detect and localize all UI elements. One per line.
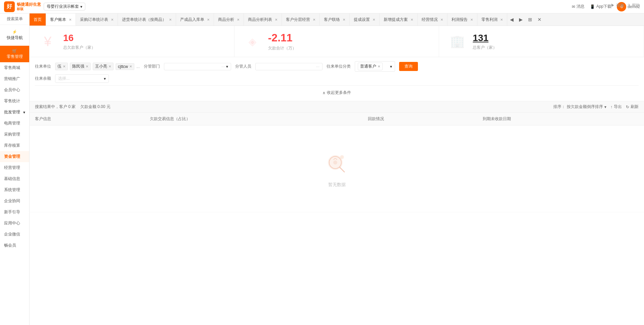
company-selector[interactable]: 母婴行业演示帐套 ▾ [44, 3, 85, 10]
sidebar-item-retail-shop[interactable]: 零售商城 [0, 62, 29, 73]
tab-purchase-order[interactable]: 采购订单统计表 ✕ [76, 13, 118, 26]
tab-customer-account[interactable]: 客户账本 ✕ [46, 13, 76, 26]
sort-value: 按欠款金额倒序排序 [567, 104, 603, 110]
tab-home[interactable]: 首页 [30, 13, 46, 26]
quick-nav-label: 快捷导航 [7, 35, 23, 41]
sidebar-item-enterprise-wechat[interactable]: 企业微信 [0, 229, 29, 240]
sidebar-item-quick-nav[interactable]: ⚡ 快捷导航 [0, 27, 29, 43]
unit-category-select[interactable]: 普通客户 ✕ ▾ [355, 61, 395, 72]
empty-illustration [324, 150, 350, 178]
filter-tag-normal-close[interactable]: ✕ [378, 65, 380, 68]
filter-row-1: 往来单位 伍 ✕ 陈民强 ✕ 王小亮 ✕ [35, 61, 639, 72]
inventory-label: 库存核算 [4, 143, 20, 148]
filter-tag-wu-close[interactable]: ✕ [63, 65, 66, 68]
sidebar-item-business-mgmt[interactable]: 经营管理 [0, 162, 29, 173]
empty-cell: 暂无数据 [30, 125, 644, 212]
tab-nav-expand[interactable]: ⊞ [525, 13, 535, 26]
tab-close-retail-profit[interactable]: ✕ [500, 18, 503, 22]
sidebar-item-marketing[interactable]: 营销推广 [0, 73, 29, 84]
overdue-amount-label: 欠款合计（万） [268, 45, 296, 51]
sidebar-item-member[interactable]: 会员中心 [0, 84, 29, 96]
tab-close-profit-report[interactable]: ✕ [470, 18, 473, 22]
sidebar-item-ecommerce[interactable]: 电商管理 [0, 118, 29, 129]
tab-close-goods-analysis[interactable]: ✕ [237, 18, 240, 22]
table-header: 客户信息 欠款交易信息（占比） 回款情况 到期未收款日期 [30, 113, 644, 125]
tab-product-instock[interactable]: 产成品入库单 ✕ [176, 13, 214, 26]
filter-more-btn[interactable]: ... [136, 64, 140, 69]
tab-close-business-status[interactable]: ✕ [440, 18, 443, 22]
tab-reminder-settings[interactable]: 提成设置 ✕ [350, 13, 380, 26]
tab-nav-next[interactable]: ▶ [516, 13, 525, 26]
person-filter-select[interactable]: ··· [255, 63, 323, 70]
purchase-label: 采购管理 [4, 132, 20, 137]
stats-row: ¥ 16 总欠款客户（家） ◈ -2.11 欠款合计（万） 🏢 [30, 26, 644, 57]
tab-instock-stats[interactable]: 进货单统计表（按商品） ✕ [118, 13, 176, 26]
customer-unit: 家 [72, 104, 76, 109]
tab-reminder-settings-label: 提成设置 [354, 17, 370, 23]
sidebar-item-vip-member[interactable]: 畅会员 [0, 240, 29, 251]
sidebar-item-wholesale[interactable]: 批发管理 ▾ [0, 107, 29, 118]
sort-label: 排序： [553, 104, 565, 110]
refresh-button[interactable]: ↻ 刷新 [626, 104, 639, 110]
tab-close-customer-contact[interactable]: ✕ [343, 18, 345, 22]
person-more-icon[interactable]: ··· [316, 64, 319, 69]
unit-category-label: 往来单位分类 [327, 64, 351, 69]
tab-close-instock-stats[interactable]: ✕ [169, 18, 172, 22]
col-customer-info: 客户信息 [30, 113, 144, 125]
filter-tag-cjttcw-text: cjttcw [118, 64, 128, 69]
sidebar-item-retail-stats[interactable]: 零售统计 [0, 96, 29, 107]
app-download-button[interactable]: 📱 App下载 [590, 4, 611, 9]
tab-purchase-order-label: 采购订单统计表 [80, 17, 108, 23]
sidebar-search-label[interactable]: 搜索菜单 [7, 16, 23, 21]
table-header-row: 客户信息 欠款交易信息（占比） 回款情况 到期未收款日期 [30, 113, 644, 125]
filter-row-2: 往来余额 选择... ▾ [35, 74, 639, 83]
tab-goods-analysis[interactable]: 商品分析 ✕ [214, 13, 244, 26]
sidebar-item-new-guide[interactable]: 新手引导 [0, 207, 29, 218]
tab-retail-profit[interactable]: 零售利润 ✕ [477, 13, 507, 26]
sidebar-search-area[interactable]: 搜索菜单 [0, 13, 29, 25]
filter-tag-wang-close[interactable]: ✕ [109, 65, 111, 68]
sidebar-item-basic-info[interactable]: 基础信息 [0, 173, 29, 184]
sidebar-item-finance[interactable]: 资金管理 [0, 151, 29, 162]
sidebar-item-enterprise-coop[interactable]: 企业协同 [0, 195, 29, 207]
tab-close-customer-account[interactable]: ✕ [69, 18, 72, 22]
total-customers-value: 131 [473, 33, 497, 43]
sidebar-item-sys-mgmt[interactable]: 系统管理 [0, 184, 29, 195]
sidebar-item-app-center[interactable]: 应用中心 [0, 218, 29, 229]
overdue-customers-icon: ¥ [38, 31, 58, 51]
tab-close-customer-segment[interactable]: ✕ [313, 18, 315, 22]
tab-close-all[interactable]: ✕ [535, 13, 544, 26]
tab-goods-analysis-list[interactable]: 商品分析列表 ✕ [244, 13, 282, 26]
filter-area: 往来单位 伍 ✕ 陈民强 ✕ 王小亮 ✕ [30, 57, 644, 101]
message-label: 消息 [576, 4, 585, 9]
tab-close-reminder-settings[interactable]: ✕ [373, 18, 375, 22]
collapse-button[interactable]: ∧ 收起更多条件 [321, 88, 352, 97]
stat-info-overdue-customers: 16 总欠款客户（家） [63, 33, 95, 50]
sidebar-item-inventory[interactable]: 库存核算 [0, 140, 29, 151]
tab-business-status[interactable]: 经营情况 ✕ [418, 13, 447, 26]
filter-tag-cjttcw-close[interactable]: ✕ [129, 65, 132, 68]
tab-close-new-reminder[interactable]: ✕ [411, 18, 413, 22]
tab-profit-report[interactable]: 利润报告 ✕ [447, 13, 477, 26]
filter-tag-chen-close[interactable]: ✕ [86, 65, 88, 68]
company-name: 母婴行业演示帐套 [47, 4, 79, 9]
dept-filter-select[interactable]: ··· ▾ [164, 63, 231, 70]
tab-nav-prev[interactable]: ◀ [507, 13, 516, 26]
tab-retail-profit-label: 零售利润 [481, 17, 498, 23]
sidebar-item-purchase[interactable]: 采购管理 [0, 129, 29, 140]
export-button[interactable]: ↑ 导出 [610, 104, 622, 110]
tab-customer-segment[interactable]: 客户分层经营 ✕ [282, 13, 320, 26]
export-label: 导出 [614, 104, 622, 110]
tab-new-reminder[interactable]: 新增提成方案 ✕ [380, 13, 418, 26]
tab-close-purchase-order[interactable]: ✕ [111, 18, 114, 22]
tab-close-goods-analysis-list[interactable]: ✕ [275, 18, 277, 22]
query-button[interactable]: 查询 [399, 62, 418, 71]
export-icon: ↑ [610, 105, 612, 109]
sort-selector[interactable]: 排序： 按欠款金额倒序排序 ▾ [553, 104, 606, 110]
message-button[interactable]: ✉ 消息 [572, 4, 585, 9]
dept-clear-icon[interactable]: ··· [221, 64, 225, 69]
tab-close-product-instock[interactable]: ✕ [207, 18, 210, 22]
sidebar-item-retail[interactable]: 🛒 零售管理 [0, 46, 29, 62]
tab-customer-contact[interactable]: 客户联络 ✕ [320, 13, 350, 26]
balance-filter-select[interactable]: 选择... ▾ [55, 74, 109, 83]
